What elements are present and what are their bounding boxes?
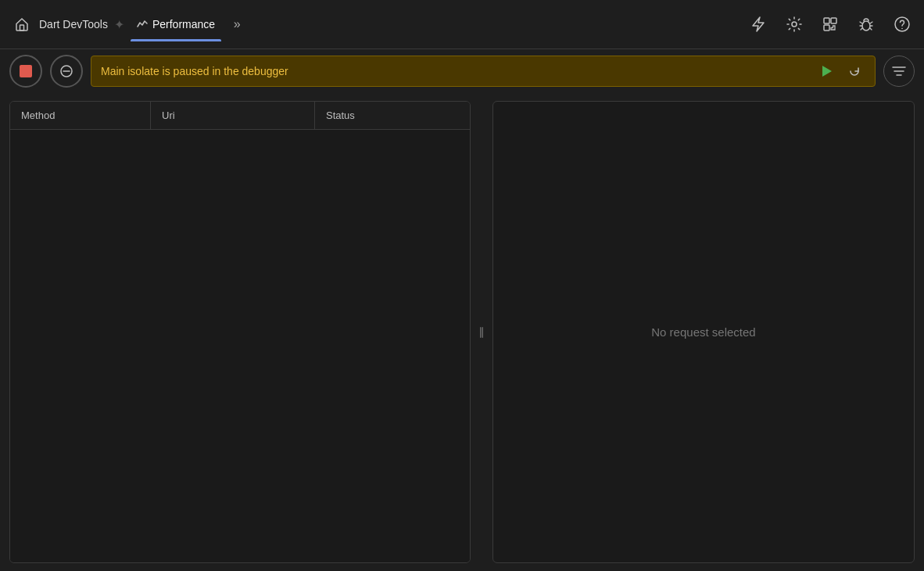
svg-rect-2 [824, 18, 829, 23]
status-bar: Main isolate is paused in the debugger [91, 56, 876, 87]
main-content: Method Uri Status No request selected [0, 93, 924, 571]
svg-point-7 [901, 28, 903, 30]
more-tabs-button[interactable]: » [226, 13, 248, 35]
svg-point-5 [862, 21, 870, 31]
svg-rect-15 [482, 327, 484, 338]
record-button[interactable] [9, 55, 42, 88]
divider-icon [479, 321, 484, 344]
svg-point-1 [792, 22, 797, 27]
status-message: Main isolate is paused in the debugger [101, 65, 809, 77]
no-request-message: No request selected [651, 325, 755, 339]
more-tabs-icon: » [234, 17, 241, 31]
table-header: Method Uri Status [10, 102, 470, 130]
refresh-icon [847, 64, 861, 78]
separator: ✦ [114, 17, 124, 32]
svg-marker-10 [822, 66, 832, 77]
performance-tab[interactable]: Performance [131, 15, 221, 34]
home-button[interactable] [9, 12, 34, 37]
method-column-header: Method [10, 102, 151, 129]
svg-rect-3 [831, 18, 836, 23]
bug-report-button[interactable] [854, 12, 879, 37]
settings-button[interactable] [782, 12, 807, 37]
requests-table-panel: Method Uri Status [9, 101, 471, 563]
tab-active-indicator [131, 39, 221, 41]
extensions-button[interactable] [818, 12, 843, 37]
record-icon [20, 65, 32, 77]
uri-column-header: Uri [151, 102, 315, 129]
settings-icon [786, 16, 803, 33]
header-left: Dart DevTools ✦ Performance » [9, 12, 248, 37]
status-column-header: Status [315, 102, 470, 129]
help-icon [894, 16, 911, 33]
svg-rect-4 [824, 25, 829, 31]
help-button[interactable] [890, 12, 915, 37]
svg-rect-14 [480, 327, 482, 338]
filter-button[interactable] [883, 56, 915, 87]
filter-icon [892, 65, 906, 77]
clear-button[interactable] [50, 55, 83, 88]
reload-button[interactable] [843, 60, 865, 82]
lightning-icon [750, 16, 767, 33]
resume-button[interactable] [815, 60, 837, 82]
secondary-toolbar: Main isolate is paused in the debugger [0, 49, 924, 93]
bug-icon [858, 16, 875, 33]
request-detail-panel: No request selected [492, 101, 915, 563]
svg-rect-0 [20, 25, 24, 31]
performance-overlay-button[interactable] [746, 12, 771, 37]
performance-tab-label: Performance [152, 18, 215, 31]
performance-tab-icon [137, 19, 148, 30]
extensions-icon [822, 16, 839, 33]
play-icon [819, 64, 833, 78]
clear-icon [59, 64, 73, 78]
app-title[interactable]: Dart DevTools [39, 18, 108, 31]
header-right [746, 12, 915, 37]
requests-table-body[interactable] [10, 130, 470, 562]
panel-divider[interactable] [478, 101, 485, 563]
header: Dart DevTools ✦ Performance » [0, 0, 924, 49]
